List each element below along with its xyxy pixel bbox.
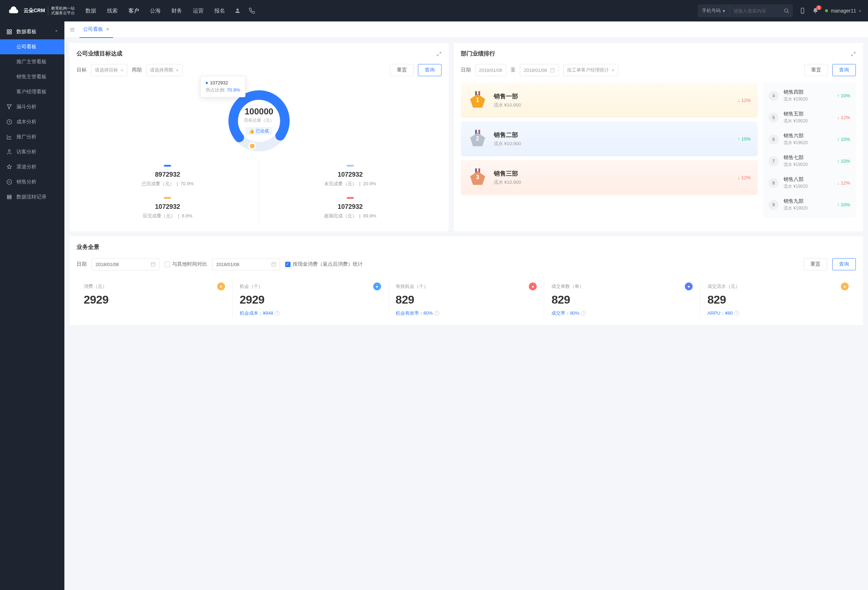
- podium-item: 2销售二部流水 ¥10,900↑ 10%: [461, 121, 758, 156]
- reset-button[interactable]: 重置: [804, 64, 828, 76]
- goal-stat: 1072932未完成量（元） | 20.9%: [259, 160, 441, 192]
- tabbar: 公司看板✕: [64, 21, 868, 38]
- target-select[interactable]: 请选择目标▾: [91, 64, 127, 76]
- date-input-2[interactable]: 2018/01/08: [212, 258, 280, 270]
- brand-name: 云朵CRM: [24, 7, 45, 14]
- logo: 云朵CRM 教育机构一站式服务云平台: [7, 6, 75, 16]
- chart-tooltip: 1072932 所占比例: 70.9%: [200, 76, 245, 97]
- overview-card: 业务全景 日期 2018/01/08 与其他时间对比 2018/01/08 按现…: [69, 236, 863, 325]
- collapse-icon[interactable]: [69, 27, 75, 32]
- search-type-select[interactable]: 手机号码▾: [698, 4, 730, 17]
- sidebar: 数据看板 ⌃ 公司看板推广主管看板销售主管看板客户经理看板 漏斗分析成本分析推广…: [0, 21, 64, 590]
- period-label: 周期: [132, 67, 142, 73]
- query-button[interactable]: 查询: [418, 64, 441, 76]
- user-menu[interactable]: manager11▾: [825, 8, 861, 13]
- rank-row: 9销售九部流水 ¥19020↑ 10%: [763, 194, 856, 216]
- reset-button[interactable]: 重置: [390, 64, 413, 76]
- user-icon[interactable]: [234, 7, 241, 14]
- sidebar-item[interactable]: 访客分析: [0, 144, 64, 159]
- goal-total: 100000: [244, 107, 274, 116]
- nav-item[interactable]: 运营: [193, 7, 204, 14]
- svg-point-0: [236, 9, 239, 11]
- sidebar-item[interactable]: 数据流转记录: [0, 190, 64, 205]
- device-icon[interactable]: [799, 7, 806, 14]
- sidebar-sub-item[interactable]: 推广主管看板: [0, 54, 64, 69]
- calendar-icon: [151, 262, 156, 267]
- expand-icon[interactable]: [851, 51, 856, 56]
- notif-badge: 5: [816, 5, 822, 10]
- svg-line-2: [787, 12, 788, 13]
- goal-stat: 8972932已完成量（元） | 70.9%: [77, 160, 259, 192]
- metric: 有效机会（个）●829机会有效率：80%?: [388, 281, 545, 318]
- goal-card: 公司业绩目标达成 目标 请选择目标▾ 周期 请选择周期▾ 重置 查询 10729…: [69, 43, 449, 231]
- rank-card: 部门业绩排行 日期 2018/01/08 至 2018/01/08 按工单客户经…: [454, 43, 863, 231]
- search-input[interactable]: [730, 8, 780, 13]
- calendar-icon: [271, 262, 276, 267]
- brand-tagline: 教育机构一站式服务云平台: [48, 6, 75, 15]
- bell-icon[interactable]: 5: [812, 7, 819, 14]
- rank-row: 7销售七部流水 ¥19020↑ 10%: [763, 150, 856, 172]
- sidebar-item[interactable]: 推广分析: [0, 129, 64, 144]
- logo-mark: [7, 6, 21, 16]
- close-tab-icon[interactable]: ✕: [106, 27, 109, 32]
- rank-row: 6销售六部流水 ¥19020↑ 10%: [763, 128, 856, 150]
- goal-title: 公司业绩目标达成: [77, 50, 123, 57]
- achieved-badge: 👍已达成: [245, 127, 272, 135]
- tab-company-board[interactable]: 公司看板✕: [80, 21, 113, 38]
- goal-stat: 1072932超额完成（元） | 89.9%: [259, 192, 441, 224]
- sidebar-group-head[interactable]: 数据看板 ⌃: [0, 24, 64, 39]
- target-label: 目标: [77, 67, 87, 73]
- nav-item[interactable]: 报名: [214, 7, 225, 14]
- stat-select[interactable]: 按工单客户经理统计▾: [563, 64, 618, 76]
- svg-point-1: [785, 9, 788, 12]
- search-group: 手机号码▾: [698, 4, 793, 17]
- expand-icon[interactable]: [437, 51, 441, 56]
- goal-total-label: 目标总量（元）: [244, 117, 274, 124]
- main-nav: 数据线索客户公海财务运营报名: [86, 7, 225, 14]
- sidebar-sub-item[interactable]: 销售主管看板: [0, 69, 64, 84]
- svg-rect-15: [551, 68, 555, 72]
- sidebar-item[interactable]: 渠道分析: [0, 159, 64, 175]
- date-to[interactable]: 2018/01/08: [520, 64, 559, 76]
- date-input-1[interactable]: 2018/01/08: [92, 258, 159, 270]
- metric: 成交流水（元）●829ARPU：¥80?: [700, 281, 856, 318]
- donut-chart: 1072932 所占比例: 70.9% 100000 目标总量（元） 👍已达成: [77, 87, 441, 155]
- query-button[interactable]: 查询: [832, 64, 856, 76]
- query-button[interactable]: 查询: [832, 258, 856, 270]
- svg-rect-6: [10, 30, 12, 31]
- rank-row: 5销售五部流水 ¥19020↓ 12%: [763, 107, 856, 128]
- svg-point-14: [249, 143, 255, 149]
- rank-title: 部门业绩排行: [461, 50, 495, 57]
- nav-item[interactable]: 公海: [150, 7, 161, 14]
- rank-row: 4销售四部流水 ¥19020↑ 10%: [763, 85, 856, 107]
- svg-rect-8: [10, 32, 12, 34]
- topbar: 云朵CRM 教育机构一站式服务云平台 数据线索客户公海财务运营报名 手机号码▾ …: [0, 0, 868, 21]
- sidebar-sub-item[interactable]: 客户经理看板: [0, 84, 64, 99]
- podium-item: 1销售一部流水 ¥10,900↓ 12%: [461, 82, 758, 118]
- nav-item[interactable]: 数据: [86, 7, 96, 14]
- sidebar-item[interactable]: 销售分析: [0, 175, 64, 190]
- period-select[interactable]: 请选择周期▾: [146, 64, 183, 76]
- date-label: 日期: [461, 67, 471, 73]
- podium-item: 3销售三部流水 ¥10,900↓ 12%: [461, 160, 758, 195]
- nav-item[interactable]: 客户: [128, 7, 139, 14]
- svg-rect-31: [151, 262, 155, 266]
- nav-item[interactable]: 线索: [107, 7, 118, 14]
- date-label: 日期: [77, 261, 87, 268]
- svg-rect-5: [7, 30, 9, 31]
- metric: 机会（个）●2929机会成本：¥948?: [233, 281, 388, 318]
- sidebar-item[interactable]: 成本分析: [0, 115, 64, 129]
- overview-title: 业务全景: [77, 244, 856, 251]
- sidebar-sub-item[interactable]: 公司看板: [0, 39, 64, 54]
- sidebar-item[interactable]: 漏斗分析: [0, 99, 64, 115]
- metric: 成交单数（单）●829成交率：80%?: [544, 281, 700, 318]
- cash-checkbox[interactable]: 按现金消费（返点后消费）统计: [285, 261, 363, 268]
- calendar-icon: [550, 68, 555, 73]
- compare-checkbox[interactable]: 与其他时间对比: [165, 261, 207, 268]
- nav-item[interactable]: 财务: [171, 7, 182, 14]
- search-button[interactable]: [780, 4, 793, 17]
- phone-icon[interactable]: [249, 7, 255, 14]
- reset-button[interactable]: 重置: [804, 258, 827, 270]
- rank-row: 8销售八部流水 ¥19020↓ 12%: [763, 172, 856, 194]
- date-from[interactable]: 2018/01/08: [475, 64, 506, 76]
